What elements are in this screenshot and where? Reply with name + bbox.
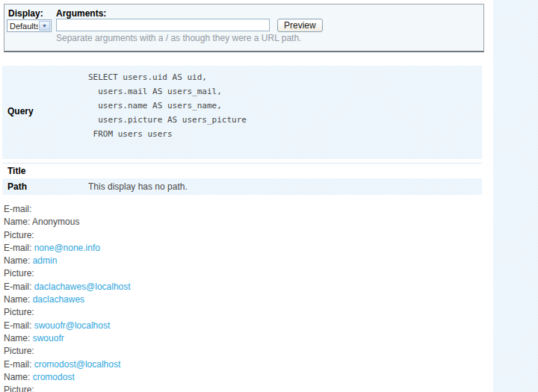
field-email: E-mail: none@none.info (4, 242, 489, 255)
name-link[interactable]: swouofr (33, 333, 64, 343)
preview-button[interactable]: Preview (277, 19, 323, 32)
display-select-value: Defaults (7, 22, 38, 31)
field-picture: Picture: (4, 384, 489, 392)
email-label: E-mail: (4, 320, 31, 331)
email-label: E-mail: (4, 359, 31, 370)
email-label: E-mail: (4, 281, 31, 292)
page-background-texture (493, 0, 538, 392)
arguments-label: Arguments: (56, 8, 106, 19)
field-picture: Picture: (4, 267, 489, 280)
email-link[interactable]: none@none.info (34, 243, 100, 253)
picture-label: Picture: (4, 346, 34, 356)
field-name: Name: cromodost (4, 371, 489, 384)
name-link[interactable]: daclachawes (33, 294, 84, 305)
display-label: Display: (8, 8, 43, 19)
name-label: Name: (4, 255, 30, 266)
views-preview-page: Display: Defaults ▼ Arguments: Preview S… (0, 0, 538, 392)
field-picture: Picture: (4, 229, 489, 242)
arguments-description: Separate arguments with a / as though th… (56, 33, 301, 43)
display-info-table: Query SELECT users.uid AS uid, users.mai… (2, 66, 482, 195)
field-email: E-mail: daclachawes@localhost (4, 281, 489, 293)
arguments-input[interactable] (56, 19, 270, 31)
display-select[interactable]: Defaults ▼ (7, 19, 52, 32)
query-row: Query SELECT users.uid AS uid, users.mai… (2, 66, 482, 159)
email-label: E-mail: (4, 204, 31, 214)
chevron-down-icon: ▼ (39, 21, 50, 31)
field-name: Name: swouofr (4, 332, 489, 345)
field-name: Name: Anonymous (4, 216, 489, 228)
preview-arguments-fieldset: Display: Defaults ▼ Arguments: Preview S… (4, 4, 484, 52)
query-label: Query (7, 106, 34, 116)
name-label: Name: (4, 217, 30, 227)
field-picture: Picture: (4, 345, 489, 358)
email-label: E-mail: (4, 243, 31, 253)
field-email: E-mail: (4, 203, 489, 216)
name-link[interactable]: cromodost (33, 372, 75, 382)
title-label: Title (7, 166, 25, 176)
field-name: Name: admin (4, 255, 489, 267)
email-link[interactable]: daclachawes@localhost (34, 281, 131, 292)
path-value: This display has no path. (88, 178, 188, 195)
path-row: Path This display has no path. (2, 178, 482, 195)
name-link[interactable]: admin (33, 255, 58, 266)
email-link[interactable]: cromodost@localhost (34, 359, 121, 370)
picture-label: Picture: (4, 307, 34, 317)
email-link[interactable]: swouofr@localhost (34, 320, 111, 331)
field-email: E-mail: swouofr@localhost (4, 320, 489, 332)
field-picture: Picture: (4, 306, 489, 319)
picture-label: Picture: (4, 230, 34, 240)
name-label: Name: (4, 372, 30, 382)
picture-label: Picture: (4, 385, 34, 392)
name-label: Name: (4, 333, 30, 343)
picture-label: Picture: (4, 268, 34, 279)
path-label: Path (7, 178, 27, 195)
name-label: Name: (4, 294, 30, 305)
field-name: Name: daclachawes (4, 293, 489, 306)
field-email: E-mail: cromodost@localhost (4, 358, 489, 371)
query-sql: SELECT users.uid AS uid, users.mail AS u… (88, 70, 247, 141)
title-row: Title (2, 163, 482, 178)
preview-results: E-mail: Name: Anonymous Picture: E-mail:… (4, 203, 489, 392)
name-text: Anonymous (32, 217, 79, 227)
